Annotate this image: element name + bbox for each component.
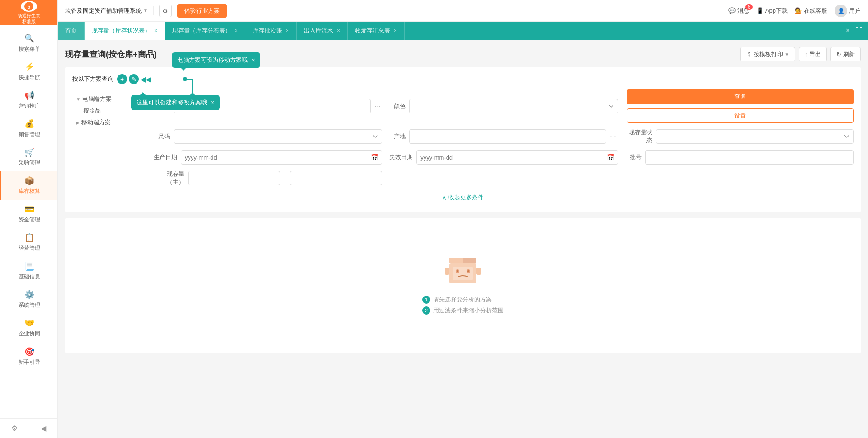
tabs-actions: × ⛶: [840, 25, 868, 37]
user-btn[interactable]: 👤 用户: [835, 5, 861, 17]
batch-label: 批号: [623, 153, 642, 161]
tab-close-inventory-dist[interactable]: ×: [235, 28, 238, 34]
tooltip-text-1: 电脑方案可设为移动方案哦: [177, 56, 248, 64]
filter-row-2: 尺码 产地 ···: [152, 128, 854, 145]
expire-date-calendar-icon[interactable]: 📅: [607, 154, 614, 161]
messages-btn[interactable]: 💬 消息 6: [728, 7, 749, 15]
stock-qty-label: 现存量（主）: [152, 170, 184, 186]
search-btn[interactable]: 查询: [627, 89, 854, 104]
sidebar-item-sales[interactable]: 💰 销售管理: [0, 114, 57, 143]
tab-maximize-btn[interactable]: ⛶: [854, 25, 864, 37]
header-divider: [153, 6, 154, 15]
sidebar-settings-btn[interactable]: ⚙: [11, 424, 18, 433]
tab-inventory-dist[interactable]: 现存量（库存分布表） ×: [165, 22, 245, 40]
origin-more-btn[interactable]: ···: [608, 132, 618, 141]
app-logo: 6 畅通好生意 标准版: [0, 0, 57, 25]
tab-close-inout[interactable]: ×: [337, 28, 340, 34]
scheme-arrow-icon: ▼: [76, 97, 80, 102]
tab-close-all-btn[interactable]: ×: [844, 25, 852, 37]
scheme-arrow-btn[interactable]: ◀◀: [141, 74, 151, 84]
tab-batch-account[interactable]: 库存批次账 ×: [245, 22, 297, 40]
export-label: 导出: [809, 50, 821, 58]
tab-close-inventory-status[interactable]: ×: [154, 28, 157, 34]
svg-rect-8: [445, 268, 449, 275]
sidebar: 6 畅通好生意 标准版 🔍 搜索菜单 ⚡ 快捷导航 📢 营销推广 💰 销售管理 …: [0, 0, 58, 438]
sidebar-item-label: 销售管理: [19, 131, 40, 138]
export-btn[interactable]: ↑ 导出: [799, 47, 827, 61]
scheme-item-mobile[interactable]: ▶ 移动端方案: [72, 117, 145, 128]
print-btn[interactable]: 🖨 按模板打印 ▼: [740, 47, 795, 61]
filter-field-prod-date: 生产日期 📅: [152, 150, 382, 165]
prod-date-calendar-icon[interactable]: 📅: [371, 154, 378, 161]
sidebar-item-label: 搜索菜单: [19, 45, 40, 53]
purchase-icon: 🛒: [24, 147, 34, 157]
tooltip-close-2[interactable]: ×: [211, 99, 214, 106]
connector-dot-top: [183, 77, 187, 81]
expire-date-input[interactable]: [416, 150, 618, 165]
tooltip-close-1[interactable]: ×: [251, 57, 255, 64]
system-title-dropdown[interactable]: 装备及固定资产辅助管理系统 ▼: [65, 7, 148, 15]
filter-field-stock-status: 现存量状态: [623, 128, 854, 145]
data-area: 1 请先选择要分析的方案 2 用过滤条件来缩小分析范围: [65, 218, 861, 353]
page-actions: 🖨 按模板打印 ▼ ↑ 导出 ↻ 刷新: [740, 47, 861, 61]
tab-inventory-status[interactable]: 现存量（库存状况表） ×: [85, 22, 165, 40]
tab-inout-flow[interactable]: 出入库流水 ×: [297, 22, 348, 40]
tab-close-summary[interactable]: ×: [394, 28, 397, 34]
empty-tip-1: 1 请先选择要分析的方案: [422, 296, 504, 304]
edit-scheme-btn[interactable]: ✎: [129, 74, 139, 84]
stock-status-select-wrapper: [656, 129, 854, 144]
origin-input[interactable]: [409, 129, 606, 144]
industry-btn[interactable]: 体验行业方案: [177, 4, 227, 18]
svg-point-6: [457, 270, 458, 272]
sidebar-item-guide[interactable]: 🎯 新手引导: [0, 342, 57, 371]
settings-icon-btn[interactable]: ⚙: [159, 5, 172, 17]
sidebar-item-system[interactable]: ⚙️ 系统管理: [0, 285, 57, 314]
collapse-label: 收起更多条件: [448, 193, 484, 202]
prod-date-input[interactable]: [181, 150, 382, 165]
finance-icon: 💳: [24, 204, 34, 214]
tab-inout-flow-label: 出入库流水: [304, 27, 333, 35]
stock-qty-from[interactable]: [188, 171, 280, 185]
stock-qty-to[interactable]: [290, 171, 382, 185]
add-scheme-btn[interactable]: +: [117, 74, 127, 84]
sidebar-item-quicknav[interactable]: ⚡ 快捷导航: [0, 57, 57, 86]
tab-home[interactable]: 首页: [58, 22, 85, 40]
sidebar-item-marketing[interactable]: 📢 营销推广: [0, 86, 57, 114]
app-name: 畅通好生意 标准版: [18, 13, 40, 24]
sidebar-item-cooperation[interactable]: 🤝 企业协同: [0, 314, 57, 342]
tab-summary[interactable]: 收发存汇总表 ×: [348, 22, 405, 40]
sidebar-item-label: 资金管理: [19, 216, 40, 224]
color-select[interactable]: [409, 99, 618, 113]
scheme-name-mobile: 移动端方案: [81, 118, 141, 127]
sidebar-item-basicinfo[interactable]: 📃 基础信息: [0, 257, 57, 285]
tabs-bar: 首页 现存量（库存状况表） × 现存量（库存分布表） × 库存批次账 × 出入库…: [58, 22, 868, 40]
sidebar-item-label: 企业协同: [19, 330, 40, 338]
batch-input[interactable]: [645, 150, 854, 165]
filter-field-batch: 批号: [623, 150, 854, 165]
tip-num-1: 1: [422, 296, 430, 304]
sidebar-collapse-btn[interactable]: ◀: [41, 424, 46, 433]
refresh-btn[interactable]: ↻ 刷新: [830, 47, 861, 61]
collapse-bar[interactable]: ∧ 收起更多条件: [72, 190, 854, 205]
top-header: 装备及固定资产辅助管理系统 ▼ ⚙ 体验行业方案 💬 消息 6 📱 App下载 …: [58, 0, 868, 22]
tip-text-2: 用过滤条件来缩小分析范围: [433, 306, 504, 315]
sidebar-item-inventory[interactable]: 📦 库存核算: [0, 171, 57, 200]
tab-close-batch[interactable]: ×: [286, 28, 289, 34]
size-label: 尺码: [152, 132, 170, 141]
sales-icon: 💰: [24, 119, 34, 129]
size-select[interactable]: [174, 129, 382, 144]
sidebar-nav: 🔍 搜索菜单 ⚡ 快捷导航 📢 营销推广 💰 销售管理 🛒 采购管理 📦 库存核…: [0, 25, 57, 418]
filter-row-1: 商品 ··· 颜色: [152, 89, 854, 123]
reset-btn[interactable]: 设置: [627, 108, 854, 123]
sidebar-item-finance[interactable]: 💳 资金管理: [0, 200, 57, 228]
filter-fields-area: 商品 ··· 颜色: [152, 89, 854, 186]
online-support-btn[interactable]: 💁 在线客服: [795, 7, 827, 15]
sidebar-item-purchase[interactable]: 🛒 采购管理: [0, 143, 57, 171]
app-download-btn[interactable]: 📱 App下载: [756, 7, 788, 15]
sidebar-item-search[interactable]: 🔍 搜索菜单: [0, 29, 57, 57]
svg-rect-9: [476, 268, 481, 275]
product-more-btn[interactable]: ···: [373, 102, 382, 110]
collapse-up-icon: ∧: [442, 194, 447, 201]
sidebar-item-management[interactable]: 📋 经营管理: [0, 228, 57, 257]
stock-status-select[interactable]: [656, 129, 854, 144]
